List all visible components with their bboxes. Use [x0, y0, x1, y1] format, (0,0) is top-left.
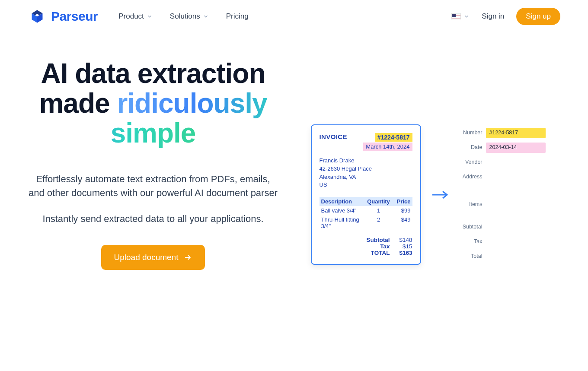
table-row: Ball valve 3/4" 1 $99: [320, 206, 412, 215]
hero-subtext-2: Instantly send extracted data to all you…: [28, 212, 278, 226]
field-date-value: 2024-03-14: [486, 143, 546, 153]
field-address: Address: [459, 172, 546, 195]
nav-solutions-label: Solutions: [170, 12, 200, 21]
field-number-value: #1224-5817: [486, 128, 546, 138]
chevron-down-icon: [147, 13, 153, 19]
upload-document-button[interactable]: Upload document: [101, 245, 205, 270]
headline-line-2: ridiculously simple: [111, 88, 267, 149]
logo-icon: [28, 7, 47, 26]
addr-line: US: [320, 181, 412, 189]
hero-subtext-1: Effortlessly automate text extraction fr…: [28, 172, 278, 200]
extracted-fields: Number#1224-5817 Date2024-03-14 Vendor A…: [459, 128, 546, 262]
us-flag-icon: [451, 13, 461, 19]
hero-headline: AI data extraction made ridiculously sim…: [28, 59, 278, 148]
table-row: Thru-Hull fitting 3/4" 2 $49: [320, 215, 412, 231]
logo[interactable]: Parseur: [28, 7, 98, 26]
field-number: Number#1224-5817: [459, 128, 546, 138]
nav-product-label: Product: [118, 12, 144, 21]
arrow-right-icon: [431, 190, 449, 200]
hero-illustration: INVOICE #1224-5817 March 14th, 2024 Fran…: [296, 59, 560, 270]
nav-pricing-label: Pricing: [226, 12, 249, 21]
cta-label: Upload document: [114, 253, 179, 262]
field-vendor: Vendor: [459, 157, 546, 168]
chevron-down-icon: [463, 13, 470, 19]
sample-invoice: INVOICE #1224-5817 March 14th, 2024 Fran…: [311, 124, 421, 265]
invoice-number-highlight: #1224-5817: [375, 133, 412, 142]
signin-link[interactable]: Sign in: [482, 12, 504, 21]
nav-product[interactable]: Product: [118, 12, 153, 21]
signup-button[interactable]: Sign up: [516, 8, 560, 25]
invoice-address: Francis Drake 42-2630 Hegal Place Alexan…: [320, 157, 412, 189]
field-date: Date2024-03-14: [459, 143, 546, 153]
hero-section: AI data extraction made ridiculously sim…: [0, 33, 588, 270]
col-desc: Description: [321, 198, 366, 205]
addr-line: Alexandria, VA: [320, 173, 412, 181]
site-header: Parseur Product Solutions Pricing Sign i…: [0, 0, 588, 33]
field-items: Items: [459, 200, 546, 218]
invoice-title: INVOICE: [320, 133, 347, 140]
invoice-totals: Subtotal$148 Tax$15 TOTAL$163: [320, 237, 412, 256]
hero-content: AI data extraction made ridiculously sim…: [28, 59, 278, 270]
language-selector[interactable]: [451, 13, 470, 19]
addr-line: Francis Drake: [320, 157, 412, 165]
nav-solutions[interactable]: Solutions: [170, 12, 209, 21]
invoice-table: Description Quantity Price Ball valve 3/…: [320, 197, 412, 231]
logo-text: Parseur: [51, 9, 98, 24]
col-price: Price: [392, 198, 411, 205]
col-qty: Quantity: [366, 198, 392, 205]
field-total: Total: [459, 251, 546, 262]
invoice-date-highlight: March 14th, 2024: [363, 143, 412, 151]
chevron-down-icon: [203, 13, 209, 19]
primary-nav: Product Solutions Pricing: [118, 12, 249, 21]
nav-pricing[interactable]: Pricing: [226, 12, 249, 21]
header-right: Sign in Sign up: [451, 8, 560, 25]
field-tax: Tax: [459, 237, 546, 247]
addr-line: 42-2630 Hegal Place: [320, 165, 412, 173]
arrow-right-icon: [183, 253, 192, 262]
field-subtotal: Subtotal: [459, 222, 546, 232]
